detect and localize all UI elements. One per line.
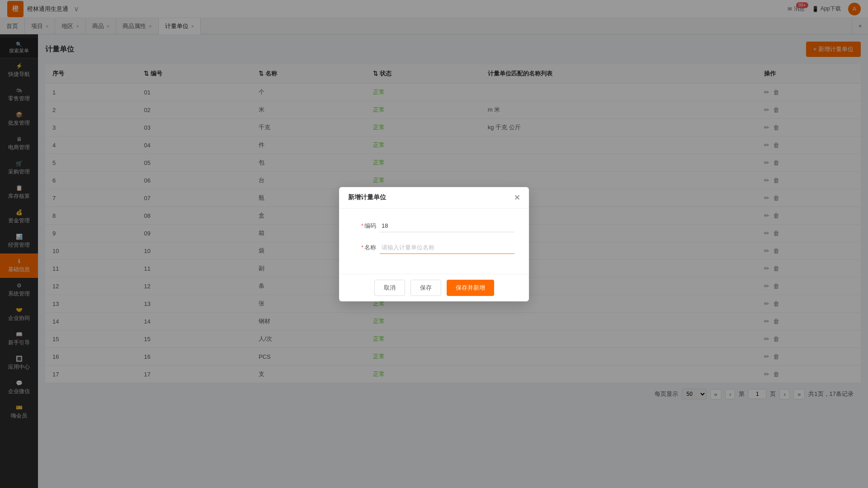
- name-label: *名称: [354, 244, 376, 252]
- code-input[interactable]: [380, 220, 514, 232]
- name-input[interactable]: [380, 241, 514, 254]
- modal-body: *编码 *名称: [339, 209, 529, 274]
- add-unit-modal: 新增计量单位 ✕ *编码 *名称 取消 保存 保存并新增: [339, 187, 529, 301]
- modal-title: 新增计量单位: [348, 193, 386, 202]
- form-row-name: *名称: [354, 241, 514, 254]
- form-row-code: *编码: [354, 220, 514, 232]
- save-and-new-button[interactable]: 保存并新增: [447, 280, 494, 296]
- modal-overlay[interactable]: 新增计量单位 ✕ *编码 *名称 取消 保存 保存并新增: [0, 0, 868, 488]
- modal-close-button[interactable]: ✕: [514, 193, 520, 202]
- code-label: *编码: [354, 222, 376, 230]
- modal-header: 新增计量单位 ✕: [339, 187, 529, 209]
- modal-footer: 取消 保存 保存并新增: [339, 274, 529, 301]
- cancel-button[interactable]: 取消: [374, 280, 405, 296]
- save-button[interactable]: 保存: [410, 280, 441, 296]
